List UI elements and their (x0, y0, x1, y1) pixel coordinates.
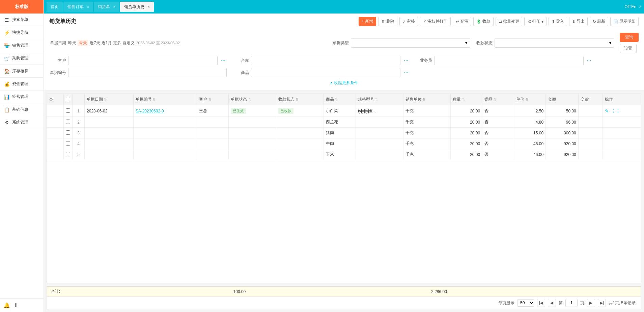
warehouse-input[interactable] (251, 56, 400, 65)
business-ellipsis[interactable]: ··· (586, 57, 593, 63)
date-7days[interactable]: 近7天 (90, 40, 100, 46)
warehouse-ellipsis[interactable]: ··· (402, 57, 410, 63)
tab-sales-order[interactable]: 销售订单 × (63, 2, 93, 12)
td-no: 3 (73, 128, 85, 138)
sidebar-item-operations[interactable]: 📊 经营管理 (0, 90, 44, 103)
row-checkbox[interactable] (66, 108, 70, 113)
page-label: 第 (559, 300, 563, 306)
date-more[interactable]: 更多 (113, 40, 121, 46)
th-goods[interactable]: 商品 ⇅ (324, 94, 356, 105)
first-page-button[interactable]: |◀ (537, 299, 545, 307)
th-gift[interactable]: 赠品 ⇅ (482, 94, 514, 105)
delete-button[interactable]: 🗑 删除 (378, 17, 397, 26)
td-no: 1 (73, 105, 85, 117)
sidebar-item-quick-nav[interactable]: ⚡ 快捷导航 (0, 26, 44, 39)
th-settings[interactable]: ⚙ (47, 94, 64, 105)
date-today[interactable]: 今天 (78, 40, 88, 46)
customer-ellipsis[interactable]: ··· (220, 57, 227, 63)
sidebar-item-basic-info[interactable]: 📋 基础信息 (0, 103, 44, 116)
topbar-right: OfTEn × (624, 4, 641, 9)
more-icon[interactable]: ⋮⋮ (611, 108, 620, 114)
import-button[interactable]: ⬆ 导入 (549, 17, 567, 26)
select-all-checkbox[interactable] (66, 97, 70, 101)
refresh-button[interactable]: ↻ 刷新 (590, 17, 608, 26)
sidebar-item-inventory[interactable]: 🏠 库存核算 (0, 65, 44, 78)
sidebar-item-purchase-mgmt[interactable]: 🛒 采购管理 (0, 52, 44, 65)
next-page-button[interactable]: ▶ (587, 299, 595, 307)
th-doc-no[interactable]: 单据编号 ⇅ (133, 94, 197, 105)
goods-ellipsis[interactable]: ··· (402, 70, 410, 76)
sidebar: 标准版 ☰ 搜索菜单 ⚡ 快捷导航 🏪 销售管理 🛒 采购管理 🏠 库存核算 💰… (0, 0, 44, 312)
collapse-filter-btn[interactable]: ∧ 收起更多条件 (49, 79, 639, 87)
doc-type-select[interactable]: ▾ (351, 38, 471, 48)
audit-print-button[interactable]: ✓ 审核并打印 (420, 17, 451, 26)
pay-status-select[interactable]: ▾ (495, 38, 614, 48)
docstatus-sort-icon: ⇅ (248, 98, 251, 101)
page-number-input[interactable] (565, 299, 578, 307)
collect-button[interactable]: 💲 收款 (473, 17, 494, 26)
doc-no-link[interactable]: SA-20230602-0 (136, 109, 164, 113)
td-settings (47, 117, 64, 128)
row-checkbox[interactable] (66, 130, 70, 135)
sidebar-item-finance[interactable]: 💰 资金管理 (0, 78, 44, 90)
th-doc-status[interactable]: 单据状态 ⇅ (229, 94, 276, 105)
new-button[interactable]: + 新增 (359, 17, 376, 26)
main-area: 首页 销售订单 × 销货单 × 销货单历史 × OfTEn × 销货单历史 + … (44, 0, 644, 312)
date-yesterday[interactable]: 昨天 (68, 40, 76, 46)
sidebar-item-system-mgmt[interactable]: ⚙ 系统管理 (0, 116, 44, 129)
sidebar-item-search-menu[interactable]: ☰ 搜索菜单 (0, 14, 44, 26)
abandon-button[interactable]: ↩ 弃审 (453, 17, 471, 26)
tab-home[interactable]: 首页 (47, 2, 63, 12)
goods-sort-icon: ⇅ (335, 98, 338, 101)
settings-button[interactable]: 设置 (620, 44, 637, 53)
date-custom[interactable]: 自定义 (122, 40, 135, 46)
tab-sales-history-close[interactable]: × (148, 5, 150, 9)
row-checkbox[interactable] (66, 141, 70, 146)
column-settings-icon[interactable]: ⚙ (49, 97, 53, 102)
th-checkbox (64, 94, 73, 105)
td-date (85, 128, 134, 138)
pause-icon[interactable]: ⏸ (13, 302, 19, 309)
notification-icon[interactable]: 🔔 (3, 302, 10, 309)
th-customer[interactable]: 客户 ⇅ (197, 94, 229, 105)
td-gift: 否 (482, 117, 514, 128)
operations-icon: 📊 (4, 94, 9, 100)
business-input[interactable] (434, 56, 584, 65)
th-qty[interactable]: 数量 ⇅ (451, 94, 482, 105)
print-button[interactable]: 🖨 打印 ▾ (524, 17, 547, 26)
doc-no-input[interactable] (68, 68, 227, 77)
row-checkbox[interactable] (66, 152, 70, 156)
sidebar-item-sales-mgmt[interactable]: 🏪 销售管理 (0, 39, 44, 52)
date-1month[interactable]: 近1月 (102, 40, 112, 46)
th-pay-status[interactable]: 收款状态 ⇅ (276, 94, 324, 105)
th-unit[interactable]: 销售单位 ⇅ (403, 94, 451, 105)
row-checkbox[interactable] (66, 120, 70, 124)
show-detail-button[interactable]: 📄 显示明细 (610, 17, 639, 26)
query-button[interactable]: 查询 (620, 33, 639, 42)
th-price[interactable]: 单价 ⇅ (514, 94, 546, 105)
business-label: 业务员 (415, 58, 432, 63)
export-button[interactable]: ⬇ 导出 (569, 17, 588, 26)
tab-sales-history[interactable]: 销货单历史 × (120, 2, 154, 12)
th-date[interactable]: 单据日期 ⇅ (85, 94, 134, 105)
purchase-icon: 🛒 (4, 56, 9, 61)
td-doc-no (133, 149, 197, 160)
tab-sales-delivery-close[interactable]: × (113, 5, 115, 9)
import-label: 导入 (556, 19, 564, 24)
goods-input[interactable] (251, 68, 400, 77)
summary-row: 合计: 100.00 2,286.00 (47, 286, 641, 297)
batch-change-button[interactable]: ⇄ 批量变更 (496, 17, 522, 26)
th-spec[interactable]: 规格型号 ⇅ (356, 94, 403, 105)
filter-pay-status: 收款状态 ▾ (476, 33, 614, 53)
last-page-button[interactable]: ▶| (598, 299, 606, 307)
edit-icon[interactable]: ✎ (605, 108, 609, 114)
td-trade (578, 117, 603, 128)
topbar-close-icon[interactable]: × (639, 4, 641, 9)
tab-sales-delivery[interactable]: 销货单 × (94, 2, 119, 12)
tab-sales-order-close[interactable]: × (87, 5, 89, 9)
prev-page-button[interactable]: ◀ (548, 299, 556, 307)
audit-button[interactable]: ✓ 审核 (399, 17, 418, 26)
per-page-select[interactable]: 20 50 100 (517, 299, 534, 307)
customer-input[interactable] (68, 56, 218, 65)
date-filter-label: 单据日期 (49, 40, 66, 46)
